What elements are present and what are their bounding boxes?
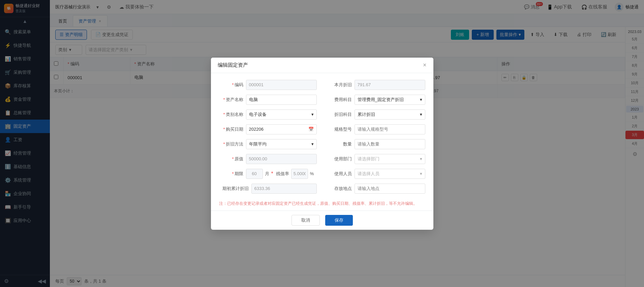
form-row-location: 存放地点 [328,184,425,194]
form-row-purchase-date: *购买日期 202206 📅 [219,124,317,134]
form-row-monthly-dep: 本月折旧 [328,80,425,90]
modal-body: *编码 *资产名称 *类别名称 电子设备 ▾ [211,73,433,198]
original-value-input [246,154,317,164]
quantity-input[interactable] [355,139,425,149]
initial-dep-input [251,184,317,194]
calendar-icon: 📅 [308,127,314,132]
cancel-button[interactable]: 取消 [292,215,320,226]
form-row-original-value: *原值 [219,154,317,164]
form-row-expense-subject: 费用科目 管理费用_固定资产折旧 ▾ [328,95,425,105]
chevron-down-icon4: ▾ [420,112,422,117]
chevron-down-icon2: ▾ [311,141,314,147]
chevron-down-icon3: ▾ [420,97,422,102]
period-unit: 月 [265,171,269,177]
asset-name-input[interactable] [246,95,317,105]
modal-title: 编辑固定资产 [218,62,248,68]
code-input [246,80,317,90]
dep-method-dropdown[interactable]: 年限平均 ▾ [246,139,317,149]
form-row-department: 使用部门 请选择部门 ▾ [328,154,425,164]
form-row-code: *编码 [219,80,317,90]
period-input [246,169,263,179]
form-row-initial-dep: 期初累计折旧 [219,184,317,194]
modal-close-btn[interactable]: × [423,62,427,69]
form-row-quantity: 数量 [328,139,425,149]
modal-note: 注：已经存在变更记录或者对应固定资产已经生成凭证，原值、购买日期、残值率、累计折… [211,198,433,211]
monthly-dep-input [355,80,425,90]
modal-header: 编辑固定资产 × [211,58,433,73]
form-row-period: *期限 月 * 残值率 % [219,169,317,179]
form-row-category: *类别名称 电子设备 ▾ [219,109,317,120]
edit-asset-modal: 编辑固定资产 × *编码 *资产名称 *类别名称 [211,58,433,230]
location-input[interactable] [355,184,425,194]
category-dropdown[interactable]: 电子设备 ▾ [246,109,317,120]
form-row-asset-name: *资产名称 [219,95,317,105]
chevron-down-icon5: ▾ [420,156,422,161]
save-button[interactable]: 保存 [325,215,353,226]
person-dropdown[interactable]: 请选择人员 ▾ [355,169,425,179]
residual-rate-input [291,169,308,179]
form-row-model: 规格型号 [328,124,425,134]
form-row-person: 使用人员 请选择人员 ▾ [328,169,425,179]
chevron-down-icon: ▾ [311,112,314,117]
chevron-down-icon6: ▾ [420,171,422,176]
modal-overlay: 编辑固定资产 × *编码 *资产名称 *类别名称 [0,0,644,287]
form-row-dep-method: *折旧方法 年限平均 ▾ [219,139,317,149]
model-input[interactable] [355,124,425,134]
dep-subject-dropdown[interactable]: 累计折旧 ▾ [355,109,425,120]
form-row-dep-subject: 折旧科目 累计折旧 ▾ [328,109,425,120]
department-dropdown[interactable]: 请选择部门 ▾ [355,154,425,164]
modal-footer: 取消 保存 [211,211,433,230]
purchase-date-input[interactable]: 202206 📅 [246,124,317,134]
expense-subject-dropdown[interactable]: 管理费用_固定资产折旧 ▾ [355,95,425,105]
